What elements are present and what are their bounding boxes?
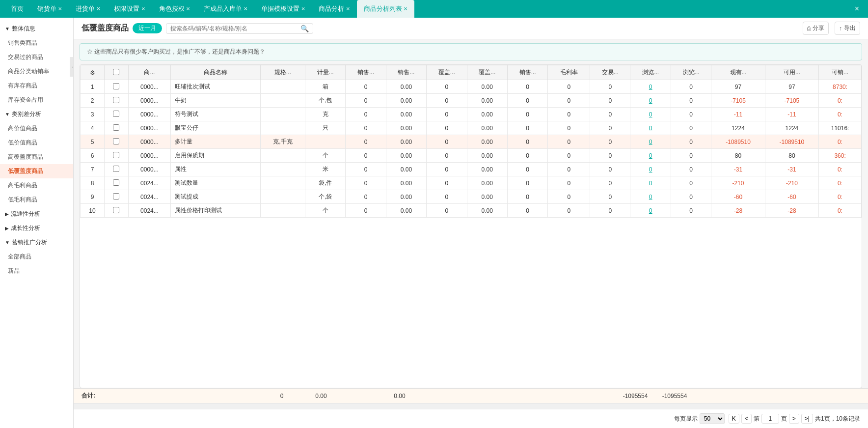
col-coverage1[interactable]: 覆盖... <box>427 65 467 80</box>
nav-warehouse[interactable]: 产成品入库单 × <box>197 0 254 18</box>
row-select[interactable] <box>113 152 119 158</box>
row-browse1[interactable]: 0 <box>630 204 671 218</box>
row-unit: 个 <box>305 149 345 163</box>
row-checkbox[interactable] <box>105 94 128 108</box>
sidebar-item-low-coverage[interactable]: 低覆盖度商品 <box>0 164 73 178</box>
row-stock1: -31 <box>711 163 765 176</box>
sidebar-item-stock-capital[interactable]: 库存资金占用 <box>0 93 73 107</box>
row-name: 符号测试 <box>171 108 261 121</box>
col-sales2[interactable]: 销售... <box>386 65 426 80</box>
row-select[interactable] <box>113 193 119 200</box>
page-number-input[interactable] <box>761 414 779 424</box>
nav-analysis-list[interactable]: 商品分析列表 × <box>357 0 414 18</box>
row-checkbox[interactable] <box>105 121 128 135</box>
row-browse2: 0 <box>671 163 711 176</box>
page-size-dropdown[interactable]: 50 100 200 <box>700 413 725 424</box>
col-coverage2[interactable]: 覆盖... <box>467 65 507 80</box>
row-browse1[interactable]: 0 <box>630 149 671 163</box>
select-all-checkbox[interactable] <box>113 69 119 75</box>
col-sales1[interactable]: 销售... <box>346 65 386 80</box>
sidebar-item-high-value[interactable]: 高价值商品 <box>0 121 73 136</box>
col-stock3[interactable]: 可销... <box>819 65 862 80</box>
sidebar-section-circulation[interactable]: ▶ 流通性分析 <box>0 207 73 221</box>
horizontal-scrollbar[interactable] <box>74 403 868 409</box>
sidebar-item-low-value[interactable]: 低价值商品 <box>0 136 73 150</box>
nav-permissions[interactable]: 权限设置 × <box>107 0 152 18</box>
row-checkbox[interactable] <box>105 135 128 149</box>
col-sales3[interactable]: 销售... <box>508 65 548 80</box>
nav-purchase[interactable]: 进货单 × <box>69 0 107 18</box>
next-page-button[interactable]: > <box>789 414 799 424</box>
row-select[interactable] <box>113 97 119 103</box>
row-browse1[interactable]: 0 <box>630 94 671 108</box>
row-s1: 0 <box>346 163 386 176</box>
col-code[interactable]: 商... <box>128 65 171 80</box>
sidebar-section-marketing[interactable]: ▼ 营销推广分析 <box>0 235 73 250</box>
col-browse1[interactable]: 浏览... <box>630 65 671 80</box>
row-select[interactable] <box>113 207 119 213</box>
nav-home[interactable]: 首页 <box>4 0 30 18</box>
row-s2: 0.00 <box>386 204 426 218</box>
row-browse1[interactable]: 0 <box>630 135 671 149</box>
row-browse1[interactable]: 0 <box>630 163 671 176</box>
sidebar-collapse-button[interactable]: « <box>70 57 74 77</box>
nav-roles[interactable]: 角色授权 × <box>152 0 197 18</box>
col-unit[interactable]: 计量... <box>305 65 345 80</box>
window-close-button[interactable]: × <box>850 4 864 13</box>
row-select[interactable] <box>113 83 119 89</box>
row-checkbox[interactable] <box>105 108 128 121</box>
nav-sales[interactable]: 销货单 × <box>30 0 69 18</box>
row-checkbox[interactable] <box>105 80 128 94</box>
nav-template[interactable]: 单据模板设置 × <box>254 0 312 18</box>
row-checkbox[interactable] <box>105 190 128 204</box>
sidebar-item-traded-goods[interactable]: 交易过的商品 <box>0 50 73 64</box>
row-c1: 0 <box>427 135 467 149</box>
row-checkbox[interactable] <box>105 204 128 218</box>
sidebar-item-high-coverage[interactable]: 高覆盖度商品 <box>0 150 73 164</box>
first-page-button[interactable]: K <box>729 414 739 424</box>
prev-page-button[interactable]: < <box>741 414 752 424</box>
row-select[interactable] <box>113 179 119 186</box>
row-checkbox[interactable] <box>105 149 128 163</box>
col-browse2[interactable]: 浏览... <box>671 65 711 80</box>
col-checkbox[interactable] <box>105 65 128 80</box>
sidebar-item-stocked-goods[interactable]: 有库存商品 <box>0 79 73 93</box>
row-checkbox[interactable] <box>105 163 128 176</box>
row-trade: 0 <box>590 176 630 190</box>
export-button[interactable]: ↑ 导出 <box>835 22 860 35</box>
row-select[interactable] <box>113 124 119 131</box>
row-browse1[interactable]: 0 <box>630 190 671 204</box>
filter-period-button[interactable]: 近一月 <box>133 23 162 33</box>
row-browse1[interactable]: 0 <box>630 108 671 121</box>
row-c1: 0 <box>427 94 467 108</box>
col-spec[interactable]: 规格... <box>260 65 305 80</box>
sidebar-item-category-rate[interactable]: 商品分类动销率 <box>0 64 73 79</box>
row-select[interactable] <box>113 166 119 172</box>
col-profit[interactable]: 毛利率 <box>548 65 590 80</box>
share-button[interactable]: ⎙ 分享 <box>803 22 829 35</box>
row-checkbox[interactable] <box>105 176 128 190</box>
row-browse1[interactable]: 0 <box>630 80 671 94</box>
row-browse1[interactable]: 0 <box>630 121 671 135</box>
row-no: 5 <box>81 135 105 149</box>
sum-c2: 0.00 <box>380 393 419 399</box>
row-browse1[interactable]: 0 <box>630 176 671 190</box>
search-input[interactable] <box>170 25 300 32</box>
sidebar-item-low-profit[interactable]: 低毛利商品 <box>0 193 73 207</box>
col-name[interactable]: 商品名称 <box>171 65 261 80</box>
col-stock2[interactable]: 可用... <box>765 65 818 80</box>
sidebar-item-new-goods[interactable]: 新品 <box>0 264 73 278</box>
sidebar-item-high-profit[interactable]: 高毛利商品 <box>0 178 73 193</box>
sidebar-section-overall[interactable]: ▼ 整体信息 <box>0 22 73 36</box>
col-settings[interactable]: ⚙ <box>81 65 105 80</box>
row-select[interactable] <box>113 138 119 144</box>
sidebar-item-sales-goods[interactable]: 销售类商品 <box>0 36 73 50</box>
sidebar-section-category[interactable]: ▼ 类别差分析 <box>0 107 73 121</box>
col-trade[interactable]: 交易... <box>590 65 630 80</box>
row-select[interactable] <box>113 111 119 117</box>
col-stock1[interactable]: 现有... <box>711 65 765 80</box>
last-page-button[interactable]: >| <box>801 414 813 424</box>
sidebar-section-growth[interactable]: ▶ 成长性分析 <box>0 221 73 235</box>
nav-analysis[interactable]: 商品分析 × <box>312 0 356 18</box>
sidebar-item-all-goods[interactable]: 全部商品 <box>0 250 73 264</box>
